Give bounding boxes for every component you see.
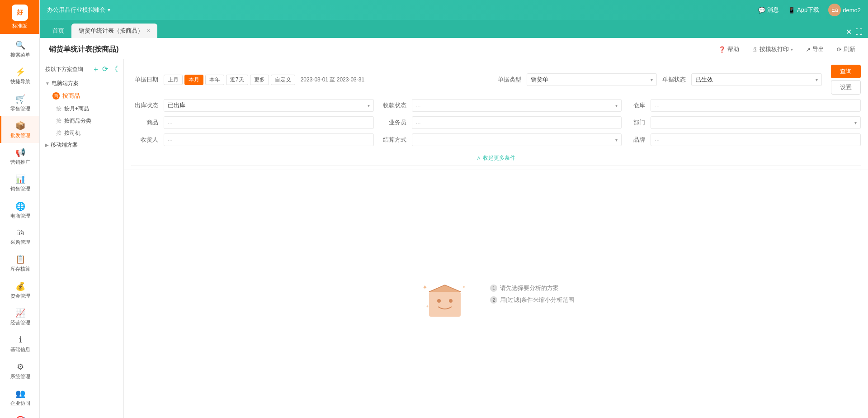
sidebar-item-quick-nav[interactable]: ⚡ 快捷导航 — [0, 62, 39, 89]
empty-tip-1: 1 请先选择要分析的方案 — [490, 284, 574, 292]
sidebar-item-label: 快捷导航 — [10, 78, 30, 85]
scheme-item-label: 按商品 — [62, 92, 80, 100]
department-select[interactable]: ▾ — [651, 116, 861, 129]
scheme-panel-header: 按以下方案查询 ＋ ⟳ 《 — [40, 63, 123, 78]
filter-area: 单据日期 上月 本月 本年 近7天 更多 自定义 2023-03-01 至 20… — [124, 59, 868, 170]
sidebar-item-purchase[interactable]: 🛍 采购管理 — [0, 223, 39, 250]
empty-state: ✦ ✦ ✦ 1 请先选择要分析的方案 — [124, 170, 868, 418]
date-btn-more[interactable]: 更多 — [250, 75, 269, 85]
sub-item-icon: 按 — [56, 117, 61, 125]
print-btn[interactable]: 🖨 按模板打印 ▾ — [748, 43, 797, 55]
scheme-item-by-goods[interactable]: 商 按商品 — [40, 89, 123, 103]
download-btn[interactable]: 📱 App下载 — [788, 6, 819, 14]
marketing-icon: 📢 — [15, 147, 25, 157]
refresh-btn[interactable]: ⟳ 刷新 — [833, 43, 859, 55]
scheme-add-icon[interactable]: ＋ — [92, 65, 99, 74]
tab-sales-stat[interactable]: 销货单统计表（按商品） × — [71, 24, 157, 38]
sidebar-item-retail[interactable]: 🛒 零售管理 — [0, 90, 39, 116]
salesman-select[interactable]: ··· — [412, 116, 622, 129]
sidebar-item-corp[interactable]: 👥 企业协同 — [0, 384, 39, 411]
retail-icon: 🛒 — [15, 94, 25, 104]
scheme-category-pc[interactable]: ▼ 电脑端方案 — [40, 78, 123, 89]
inventory-icon: 📋 — [15, 254, 25, 264]
user-avatar-btn[interactable]: Ea demo2 — [828, 4, 861, 16]
sidebar-item-wholesale[interactable]: 📦 批发管理 — [0, 116, 39, 143]
home-tab-label: 首页 — [52, 27, 64, 35]
topbar: 办公用品行业模拟账套 ▾ 💬 消息 📱 App下载 Ea demo2 — [40, 0, 868, 20]
date-btn-this-year[interactable]: 本年 — [205, 75, 224, 85]
app-selector[interactable]: 办公用品行业模拟账套 — [47, 6, 106, 14]
scheme-item-by-month-goods[interactable]: 按 按月+商品 — [40, 103, 123, 115]
finance-icon: 💰 — [15, 281, 25, 291]
logo-icon: 好 — [12, 5, 28, 21]
sidebar-item-base[interactable]: ℹ 基础信息 — [0, 330, 39, 357]
svg-text:✦: ✦ — [462, 285, 466, 290]
receiver-select[interactable]: ··· — [164, 133, 374, 146]
purchase-icon: 🛍 — [16, 228, 24, 238]
sidebar-item-label: 经营管理 — [10, 319, 30, 326]
print-icon: 🖨 — [752, 46, 758, 53]
date-btn-7days[interactable]: 近7天 — [226, 75, 248, 85]
tab-home[interactable]: 首页 — [45, 24, 71, 38]
sidebar-item-label: 库存核算 — [10, 266, 30, 272]
sidebar-item-label: 资金管理 — [10, 293, 30, 299]
brand-label: 品牌 — [627, 136, 645, 144]
receiver-value: ··· — [168, 137, 173, 143]
close-window-btn[interactable]: ✕ — [846, 28, 852, 36]
search-btn[interactable]: 查询 — [831, 65, 861, 78]
doc-type-value: 销货单 — [531, 76, 548, 84]
scheme-collapse-icon[interactable]: 《 — [111, 65, 118, 74]
collapse-filter-btn[interactable]: ∧ 收起更多条件 — [131, 151, 861, 166]
sidebar-item-label: 采购管理 — [10, 239, 30, 245]
payment-method-select[interactable]: ▾ — [412, 133, 622, 146]
date-range-display: 2023-03-01 至 2023-03-31 — [301, 76, 364, 84]
receipt-status-select[interactable]: ··· ▾ — [412, 99, 622, 112]
warehouse-select[interactable]: ··· — [651, 99, 861, 112]
salesman-value: ··· — [416, 119, 421, 126]
doc-type-select[interactable]: 销货单 ▾ — [527, 73, 657, 86]
date-btn-this-month[interactable]: 本月 — [184, 75, 203, 85]
scheme-item-by-category[interactable]: 按 按商品分类 — [40, 115, 123, 127]
scheme-sub-item-label: 按商品分类 — [64, 117, 91, 125]
close-tab-btn[interactable]: × — [147, 28, 150, 34]
sidebar-item-system[interactable]: ⚙ 系统管理 — [0, 357, 39, 384]
maximize-btn[interactable]: ⛶ — [855, 28, 863, 36]
topbar-left: 办公用品行业模拟账套 ▾ — [47, 6, 110, 14]
sidebar-item-finance[interactable]: 💰 资金管理 — [0, 277, 39, 304]
date-btn-custom[interactable]: 自定义 — [271, 75, 295, 85]
pc-category-collapse-icon: ▼ — [45, 81, 50, 86]
date-shortcuts: 上月 本月 本年 近7天 更多 自定义 — [164, 75, 295, 85]
sidebar-item-inventory[interactable]: 📋 库存核算 — [0, 250, 39, 276]
sidebar-item-ecom[interactable]: 🌐 电商管理 — [0, 197, 39, 223]
refresh-icon: ⟳ — [837, 46, 842, 53]
date-btn-last-month[interactable]: 上月 — [164, 75, 183, 85]
sidebar-item-sales[interactable]: 📊 销售管理 — [0, 170, 39, 196]
doc-status-select[interactable]: 已生效 ▾ — [691, 73, 822, 86]
sidebar-item-search[interactable]: 🔍 搜索菜单 — [0, 36, 39, 62]
out-status-select[interactable]: 已出库 ▾ — [164, 99, 374, 112]
mobile-category-expand-icon: ▶ — [45, 142, 49, 147]
tip-num-1: 1 — [490, 285, 497, 292]
empty-tips: 1 请先选择要分析的方案 2 用[过滤]条件来缩小分析范围 — [490, 284, 574, 304]
topbar-right: 💬 消息 📱 App下载 Ea demo2 — [758, 4, 861, 16]
empty-tip-2: 2 用[过滤]条件来缩小分析范围 — [490, 296, 574, 304]
scheme-item-by-driver[interactable]: 按 按司机 — [40, 127, 123, 139]
help-btn[interactable]: ❓ 帮助 — [715, 43, 743, 55]
app-selector-arrow[interactable]: ▾ — [108, 7, 110, 13]
page-header: 销货单统计表(按商品) ❓ 帮助 🖨 按模板打印 ▾ ↗ 导出 — [40, 38, 868, 59]
empty-illustration: ✦ ✦ ✦ — [418, 267, 472, 321]
sidebar-item-marketing[interactable]: 📢 营销推广 — [0, 143, 39, 170]
settings-btn[interactable]: 设置 — [831, 80, 861, 95]
quick-nav-icon: ⚡ — [15, 67, 25, 77]
sidebar-item-guide[interactable]: 🎯 新手引导 — [0, 411, 39, 418]
scheme-category-mobile[interactable]: ▶ 移动端方案 — [40, 139, 123, 151]
sub-item-icon: 按 — [56, 105, 61, 113]
brand-select[interactable]: ··· — [651, 133, 861, 146]
page-title: 销货单统计表(按商品) — [49, 45, 119, 54]
sidebar-item-ops[interactable]: 📈 经营管理 — [0, 304, 39, 330]
goods-select[interactable]: ··· — [164, 116, 374, 129]
export-btn[interactable]: ↗ 导出 — [802, 43, 828, 55]
scheme-refresh-icon[interactable]: ⟳ — [102, 65, 108, 74]
sidebar-item-label: 批发管理 — [10, 132, 30, 138]
message-btn[interactable]: 💬 消息 — [758, 6, 779, 14]
